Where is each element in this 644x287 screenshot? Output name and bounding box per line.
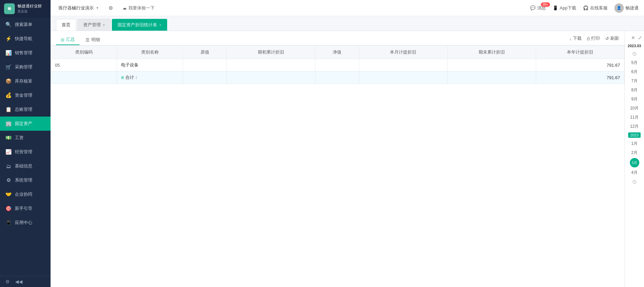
row-monthly-depreciation (359, 59, 447, 71)
download-button[interactable]: ↓ 下载 (570, 35, 582, 41)
panel-month-1[interactable]: 1月 (625, 139, 644, 148)
panel-month-8[interactable]: 8月 (625, 86, 644, 95)
sidebar-item-search-label: 搜索菜单 (15, 22, 32, 28)
operations-icon: 📈 (5, 149, 11, 155)
header-right: 💬 消息 99+ 📱 App下载 🎧 在线客服 👤 畅捷通 (530, 3, 639, 13)
experience-button[interactable]: ☁ 我要体验一下 (122, 5, 155, 11)
tab-asset-manage[interactable]: 资产管理 × (78, 19, 111, 31)
panel-scroll-down[interactable]: ⊙ (631, 177, 638, 186)
quick-nav-icon: ⚡ (5, 36, 11, 42)
refresh-action-icon: ↺ (605, 36, 609, 41)
total-initial-accumulated (227, 71, 315, 84)
download-icon: 📱 (553, 5, 558, 10)
messages-badge: 99+ (541, 2, 550, 7)
tab-home[interactable]: 首页 (56, 19, 76, 31)
sub-tab-summary[interactable]: ◎ 汇总 (56, 34, 80, 45)
col-original-value: 原值 (183, 46, 227, 59)
panel-month-9[interactable]: 9月 (625, 95, 644, 104)
top-header: 医疗器械行业演示 ▼ ⚙ ☁ 我要体验一下 💬 消息 99+ 📱 App下载 🎧… (51, 0, 644, 16)
detail-tab-label: 明细 (91, 37, 100, 43)
total-annual-depreciation: 791.67 (536, 71, 624, 84)
total-period-end-accumulated (448, 71, 536, 84)
sidebar-item-guide[interactable]: 🎯 新手引导 (0, 201, 51, 216)
panel-close-icon[interactable]: ✕ (631, 34, 636, 41)
panel-month-7[interactable]: 7月 (625, 76, 644, 86)
panel-month-11[interactable]: 11月 (625, 113, 644, 122)
avatar: 👤 (614, 3, 624, 13)
panel-month-3-active[interactable]: 3月 (630, 158, 639, 167)
download-action-icon: ↓ (570, 36, 572, 41)
panel-month-5[interactable]: 5月 (625, 58, 644, 67)
sidebar-item-operations[interactable]: 📈 经营管理 (0, 145, 51, 159)
sidebar-item-purchase[interactable]: 🛒 采购管理 (0, 60, 51, 74)
row-annual-depreciation: 791.67 (536, 59, 624, 71)
app-download-button[interactable]: 📱 App下载 (553, 5, 576, 11)
refresh-button[interactable]: ↺ 刷新 (605, 35, 619, 41)
user-menu[interactable]: 👤 畅捷通 (614, 3, 639, 13)
sidebar-item-inventory[interactable]: 📦 库存核算 (0, 74, 51, 88)
sidebar-item-payroll[interactable]: 💵 工资 (0, 131, 51, 145)
total-row: ⊞ 合计： 791.67 (51, 71, 624, 84)
content-area: ◎ 汇总 ☰ 明细 ↓ 下载 ⎙ 打印 (51, 31, 624, 287)
sidebar-item-app-center-label: 应用中心 (15, 220, 32, 226)
sidebar-item-fixed-assets[interactable]: 🏢 固定资产 (0, 117, 51, 131)
sidebar-item-quick-nav-label: 快捷导航 (15, 36, 32, 42)
customer-service-button[interactable]: 🎧 在线客服 (583, 5, 608, 11)
settings-bottom-icon[interactable]: ⚙ (5, 279, 10, 284)
inventory-icon: 📦 (5, 78, 11, 84)
sidebar-item-ledger[interactable]: 📋 总账管理 (0, 102, 51, 117)
sidebar-item-app-center[interactable]: 📱 应用中心 (0, 216, 51, 230)
panel-scroll-up[interactable]: ⊙ (631, 49, 638, 58)
row-period-end-accumulated (448, 59, 536, 71)
messages-button[interactable]: 💬 消息 99+ (530, 5, 546, 11)
tab-fixed-asset-depreciation[interactable]: 固定资产折旧统计表 × (112, 19, 167, 31)
panel-month-4[interactable]: 4月 (625, 168, 644, 177)
download-label: 下载 (573, 35, 582, 41)
sidebar-item-funds[interactable]: 💰 资金管理 (0, 88, 51, 102)
company-selector[interactable]: 医疗器械行业演示 ▼ (56, 4, 102, 12)
guide-icon: 🎯 (5, 205, 11, 212)
row-name: 电子设备 (117, 59, 183, 71)
tab-fixed-asset-label: 固定资产折旧统计表 (118, 22, 157, 28)
row-original-value (183, 59, 227, 71)
company-name: 医疗器械行业演示 (59, 5, 94, 11)
app-center-icon: 📱 (5, 220, 11, 226)
sidebar-item-quick-nav[interactable]: ⚡ 快捷导航 (0, 32, 51, 46)
panel-month-10[interactable]: 10月 (625, 104, 644, 113)
funds-icon: 💰 (5, 92, 11, 98)
total-label-cell: ⊞ 合计： (117, 71, 183, 84)
sidebar-item-sales[interactable]: 📊 销售管理 (0, 46, 51, 60)
logo-icon: 畅 (4, 3, 15, 14)
panel-expand-icon[interactable]: ⤢ (637, 34, 643, 41)
tab-fixed-asset-close[interactable]: × (159, 23, 161, 27)
sidebar-item-basic-info[interactable]: 🗂 基础信息 (0, 159, 51, 173)
col-period-end-accumulated: 期末累计折旧 (448, 46, 536, 59)
detail-tab-icon: ☰ (86, 37, 90, 42)
dropdown-icon: ▼ (96, 6, 99, 10)
tab-asset-manage-close[interactable]: × (103, 23, 105, 27)
panel-month-6[interactable]: 6月 (625, 67, 644, 76)
sidebar-item-system[interactable]: ⚙ 系统管理 (0, 173, 51, 187)
total-original-value (183, 71, 227, 84)
sidebar-item-sales-label: 销售管理 (15, 50, 32, 56)
depreciation-table: 类别编码 类别名称 原值 期初累计折旧 净值 本月计提折旧 期末累计折旧 本年计… (51, 45, 624, 84)
sidebar-item-guide-label: 新手引导 (15, 205, 32, 212)
logo-title: 畅捷通好业财 (18, 4, 42, 9)
col-annual-depreciation: 本年计提折旧 (536, 46, 624, 59)
sales-icon: 📊 (5, 50, 11, 56)
sidebar-menu: 🔍 搜索菜单 ⚡ 快捷导航 📊 销售管理 🛒 采购管理 📦 库存核算 💰 资金管… (0, 18, 51, 276)
header-settings-icon[interactable]: ⚙ (106, 4, 116, 12)
collapse-icon[interactable]: ◀◀ (15, 279, 23, 284)
tabs-bar: 首页 资产管理 × 固定资产折旧统计表 × (51, 16, 644, 31)
sidebar-item-enterprise-label: 企业协同 (15, 191, 32, 197)
total-monthly-depreciation (359, 71, 447, 84)
sub-tab-detail[interactable]: ☰ 明细 (81, 35, 105, 45)
sidebar-item-search[interactable]: 🔍 搜索菜单 (0, 18, 51, 32)
sidebar-item-inventory-label: 库存核算 (15, 78, 32, 84)
table-container: 类别编码 类别名称 原值 期初累计折旧 净值 本月计提折旧 期末累计折旧 本年计… (51, 45, 624, 287)
panel-month-12[interactable]: 12月 (625, 122, 644, 131)
panel-month-2[interactable]: 2月 (625, 148, 644, 157)
summary-tab-label: 汇总 (66, 36, 75, 42)
sidebar-item-enterprise[interactable]: 🤝 企业协同 (0, 187, 51, 201)
print-button[interactable]: ⎙ 打印 (587, 35, 600, 41)
